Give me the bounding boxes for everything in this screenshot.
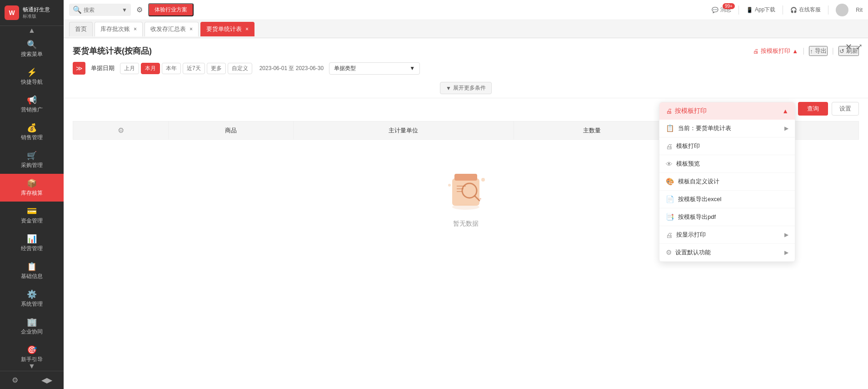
sidebar-item-purchase[interactable]: 🛒采购管理 — [0, 146, 64, 174]
nav-icon-sales: 💰 — [27, 123, 37, 133]
type-filter-select[interactable]: 单据类型 ▼ — [329, 62, 420, 75]
svg-point-9 — [448, 184, 451, 187]
page-header: 要货单统计表(按商品) 🖨 按模板打印 ▲ | ↑ 导出 | ↺ 刷新 — [64, 38, 868, 56]
print-item-icon-export_pdf: 📑 — [666, 213, 674, 221]
app-name: 畅通好生意 — [23, 6, 50, 14]
date-btn-custom[interactable]: 自定义 — [228, 63, 252, 74]
print-dropdown-header: 🖨 按模板打印 ▲ — [659, 102, 795, 120]
app-version: 标准版 — [23, 13, 50, 20]
tab-collection[interactable]: 收发存汇总表× — [145, 22, 199, 36]
avatar[interactable] — [836, 4, 848, 16]
print-dropdown-close-icon[interactable]: ▲ — [782, 107, 788, 115]
nav-icon-shortcut: ⚡ — [27, 67, 37, 77]
date-filter-label: 单据日期 — [91, 64, 115, 72]
print-item-default_func[interactable]: ⚙设置默认功能▶ — [659, 244, 795, 262]
tab-home[interactable]: 首页 — [69, 22, 93, 36]
page-content: ✕ ⤢ 要货单统计表(按商品) 🖨 按模板打印 ▲ | ↑ 导出 | ↺ — [64, 38, 868, 389]
topbar: 🔍 ▼ ⚙ 体验行业方案 💬 消息 99+ 📱 App下载 🎧 在线客服 — [64, 0, 868, 20]
sidebar-item-sales[interactable]: 💰销售管理 — [0, 118, 64, 146]
print-item-template_preview[interactable]: 👁模板预览 — [659, 155, 795, 173]
sidebar-item-system[interactable]: ⚙️系统管理 — [0, 285, 64, 313]
settings-button[interactable]: 设置 — [832, 102, 859, 116]
sidebar-nav: 🔍搜索菜单⚡快捷导航📢营销推广💰销售管理🛒采购管理📦库存核算💳资金管理📊经营管理… — [0, 35, 64, 362]
current-template-icon: 📋 — [666, 124, 674, 132]
sidebar-item-basic[interactable]: 📋基础信息 — [0, 257, 64, 285]
date-btn-year[interactable]: 本年 — [162, 63, 181, 74]
filter-bar: ≫ 单据日期 上月本月本年近7天更多自定义 2023-06-01 至 2023-… — [64, 56, 868, 80]
expand-down-icon: ▼ — [446, 85, 451, 91]
sidebar-scroll-down[interactable]: ▼ — [0, 362, 64, 371]
expand-more-button[interactable]: ▼ 展开更多条件 — [440, 82, 492, 94]
print-button[interactable]: 🖨 按模板打印 ▲ — [753, 47, 798, 55]
svg-rect-2 — [454, 174, 477, 181]
filter-expand-icon[interactable]: ≫ — [73, 62, 85, 75]
print-item-export_excel[interactable]: 📄按模板导出excel — [659, 191, 795, 208]
col-unit: 主计量单位 — [293, 121, 514, 140]
settings-icon[interactable]: ⚙ — [12, 376, 18, 384]
message-button[interactable]: 💬 消息 99+ — [712, 6, 731, 14]
sidebar-item-search[interactable]: 🔍搜索菜单 — [0, 35, 64, 63]
nav-icon-marketing: 📢 — [27, 95, 37, 105]
app-icon: 📱 — [746, 7, 753, 13]
sidebar-item-shortcut[interactable]: ⚡快捷导航 — [0, 63, 64, 91]
logo-icon: W — [5, 5, 19, 20]
search-input[interactable] — [84, 7, 120, 13]
sidebar-item-guide[interactable]: 🎯新手引导 — [0, 340, 64, 362]
print-item-template_print[interactable]: 🖨模板打印 — [659, 137, 795, 155]
print-item-icon-default_func: ⚙ — [666, 248, 672, 257]
date-range: 2023-06-01 至 2023-06-30 — [259, 65, 324, 72]
topbar-gear-icon[interactable]: ⚙ — [136, 5, 143, 14]
main-content: 🔍 ▼ ⚙ 体验行业方案 💬 消息 99+ 📱 App下载 🎧 在线客服 — [64, 0, 868, 389]
print-dropdown-title: 🖨 按模板打印 — [666, 107, 707, 115]
page-actions: 🖨 按模板打印 ▲ | ↑ 导出 | ↺ 刷新 — [753, 46, 859, 56]
search-box[interactable]: 🔍 ▼ — [69, 4, 131, 16]
print-item-arrow-icon-default_func: ▶ — [784, 249, 788, 256]
print-dropdown-icon: 🖨 — [666, 107, 672, 115]
sidebar-item-marketing[interactable]: 📢营销推广 — [0, 91, 64, 118]
print-item-icon-template_preview: 👁 — [666, 160, 673, 168]
date-btn-prev[interactable]: 上月 — [120, 63, 139, 74]
print-item-export_pdf[interactable]: 📑按模板导出pdf — [659, 208, 795, 226]
sidebar-item-operation[interactable]: 📊经营管理 — [0, 229, 64, 257]
tab-bar: 首页库存批次账×收发存汇总表×要货单统计表× — [64, 20, 868, 38]
search-dropdown-icon[interactable]: ▼ — [122, 7, 127, 13]
close-panel-icon[interactable]: ✕ — [845, 42, 852, 52]
app-logo: W 畅通好生意 标准版 — [0, 0, 64, 26]
nav-icon-purchase: 🛒 — [27, 151, 37, 161]
app-download-button[interactable]: 📱 App下载 — [746, 6, 775, 14]
tab-batch[interactable]: 库存批次账× — [95, 22, 143, 36]
svg-point-8 — [481, 178, 485, 182]
refresh-icon: ↺ — [839, 48, 844, 55]
empty-icon — [443, 167, 489, 212]
tab-order_stat[interactable]: 要货单统计表× — [200, 22, 254, 36]
col-quantity: 主数量 — [514, 121, 670, 140]
tab-close-collection[interactable]: × — [190, 26, 193, 32]
tab-close-batch[interactable]: × — [134, 26, 137, 32]
message-badge: 99+ — [723, 3, 735, 9]
date-btn-7days[interactable]: 近7天 — [183, 63, 205, 74]
print-item-display_print[interactable]: 🖨按显示打印▶ — [659, 226, 795, 244]
table-settings-icon[interactable]: ⚙ — [118, 126, 124, 134]
query-button[interactable]: 查询 — [798, 102, 828, 116]
nav-icon-operation: 📊 — [27, 234, 37, 244]
col-settings[interactable]: ⚙ — [73, 121, 169, 140]
print-item-arrow-icon-display_print: ▶ — [784, 232, 788, 238]
date-buttons: 上月本月本年近7天更多自定义 — [120, 63, 252, 74]
sidebar-item-inventory[interactable]: 📦库存核算 — [0, 174, 64, 202]
print-item-template_design[interactable]: 🎨模板自定义设计 — [659, 173, 795, 191]
tab-close-order_stat[interactable]: × — [245, 26, 249, 32]
sidebar-item-finance[interactable]: 💳资金管理 — [0, 202, 64, 229]
sidebar-item-enterprise[interactable]: 🏢企业协同 — [0, 313, 64, 340]
expand-panel-icon[interactable]: ⤢ — [856, 42, 863, 52]
nav-icon-system: ⚙️ — [27, 289, 37, 299]
collapse-icon[interactable]: ◀▶ — [41, 376, 52, 384]
message-icon: 💬 — [712, 7, 718, 13]
service-button[interactable]: 🎧 在线客服 — [790, 6, 821, 14]
export-button[interactable]: ↑ 导出 — [809, 46, 828, 56]
date-btn-current[interactable]: 本月 — [141, 63, 160, 74]
trial-button[interactable]: 体验行业方案 — [148, 3, 194, 16]
current-template-item[interactable]: 📋 当前：要货单统计表 ▶ — [659, 120, 795, 137]
topbar-divider-3 — [828, 5, 828, 15]
sidebar-scroll-up[interactable]: ▲ — [0, 26, 64, 35]
date-btn-more[interactable]: 更多 — [207, 63, 226, 74]
